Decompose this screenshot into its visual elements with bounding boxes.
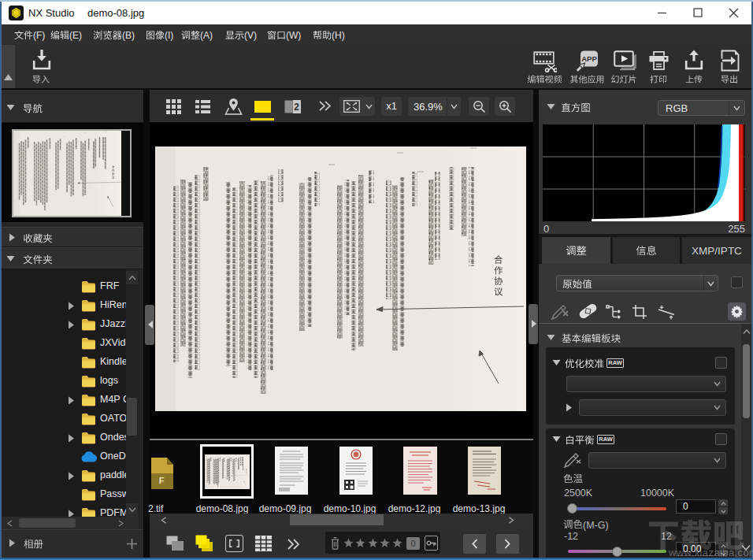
svg-text:APP: APP: [581, 54, 597, 63]
svg-text:2: 2: [294, 102, 299, 113]
svg-text:F: F: [159, 476, 165, 485]
